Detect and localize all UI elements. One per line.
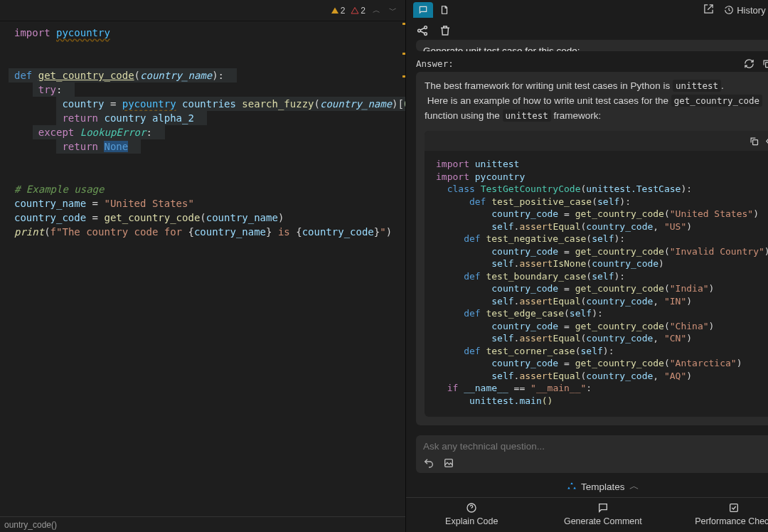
chat-input-card [416,435,768,473]
answer-card: The best framework for writing unit test… [416,72,768,425]
performance-check-button[interactable]: Performance Check [668,498,768,532]
code-editor-pane: 2 2 ︿ ﹀ import pycountry def get_country… [0,0,405,532]
chat-input-toolbar [423,457,768,469]
help-icon [466,502,477,514]
share-icon[interactable] [416,24,429,37]
document-icon [439,5,449,15]
generated-code[interactable]: import unittest import pycountry class T… [425,151,768,417]
comment-icon [597,502,609,514]
warning-count-orange[interactable]: 2 [331,6,346,16]
copy-icon[interactable] [762,58,768,69]
query-card: Generate unit test case for this code: c… [416,40,768,51]
assistant-header: History [406,0,768,20]
warning-triangle-icon [331,6,339,15]
refresh-icon[interactable] [744,58,754,69]
attach-image-icon[interactable] [443,457,454,469]
trash-icon[interactable] [439,24,452,37]
chat-tab[interactable] [413,2,433,18]
copy-code-icon[interactable] [749,136,759,147]
chevron-up-icon: ︿ [629,480,639,493]
warning-count-red[interactable]: 2 [351,6,366,16]
query-title: Generate unit test case for this code: [416,40,768,51]
generate-comment-button[interactable]: Generate Comment [538,498,669,532]
editor-crumb[interactable]: ountry_code() [0,516,405,532]
inline-code: unittest [673,80,721,92]
document-tab[interactable] [434,2,454,18]
templates-icon [567,482,577,491]
code-block-toolbar [425,131,768,151]
inline-code: get_country_code [671,95,762,107]
code-editor[interactable]: import pycountry def get_country_code(co… [0,21,405,516]
templates-toggle[interactable]: Templates ︿ [406,473,768,497]
explain-code-button[interactable]: Explain Code [406,498,538,532]
inline-code: unittest [503,110,551,122]
history-button[interactable]: History [724,5,765,16]
code-block: import unittest import pycountry class T… [425,131,768,417]
undo-icon[interactable] [423,457,434,469]
answer-header: Answer: [406,57,768,72]
footer-actions: Explain Code Generate Comment Performanc… [406,497,768,532]
chat-input[interactable] [423,441,768,452]
editor-topbar: 2 2 ︿ ﹀ [0,0,405,21]
next-marker-button[interactable]: ﹀ [388,5,398,16]
open-external-icon[interactable] [703,4,714,16]
prev-marker-button[interactable]: ︿ [371,5,382,16]
svg-rect-7 [752,139,757,144]
assistant-panel: History Generate unit test case for this… [405,0,768,532]
warning-triangle-outline-icon [351,6,359,15]
message-toolbar [406,20,768,40]
svg-rect-8 [445,459,453,467]
insert-code-icon[interactable] [765,136,768,147]
history-icon [724,5,734,15]
check-icon [728,502,740,514]
svg-rect-3 [765,63,768,68]
chat-bubble-icon [418,5,428,15]
svg-rect-10 [730,504,738,512]
